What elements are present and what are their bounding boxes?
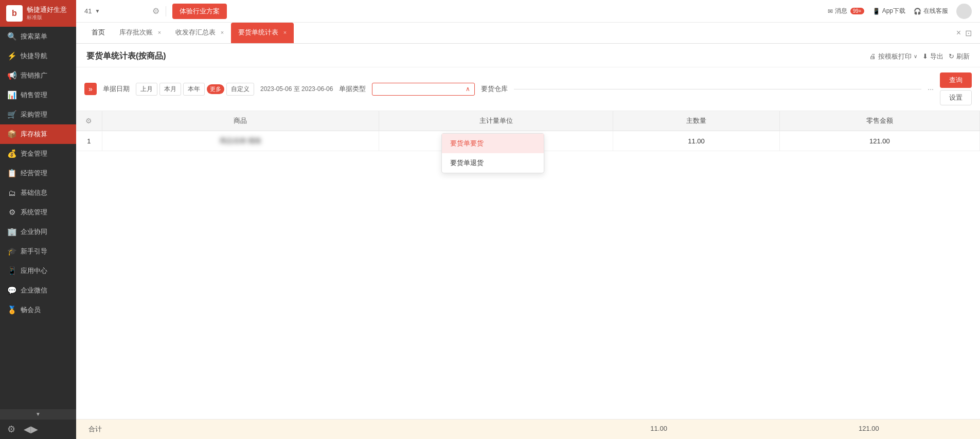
filter-more-btn[interactable]: ···: [928, 85, 934, 93]
footer-unit: [344, 425, 554, 434]
refresh-btn[interactable]: ↻ 刷新: [949, 52, 970, 61]
warehouse-filter-area[interactable]: [514, 89, 921, 89]
inventory-icon: 📦: [7, 130, 16, 139]
row-quantity: 11.00: [613, 131, 779, 151]
user-avatar[interactable]: [956, 4, 972, 19]
sidebar-item-wechat-label: 企业微信: [21, 286, 47, 295]
message-icon: ✉: [828, 8, 833, 15]
tab-inventory-batch[interactable]: 库存批次账 ×: [112, 23, 168, 43]
row-amount: 121.00: [779, 131, 979, 151]
tab-close-receive-summary[interactable]: ×: [221, 29, 224, 35]
system-icon: ⚙: [7, 208, 16, 217]
export-icon: ⬇: [922, 52, 928, 60]
app-download-btn[interactable]: 📱 App下载: [872, 7, 905, 15]
collapse-icon[interactable]: ◀▶: [24, 424, 38, 435]
date-btn-up-month[interactable]: 上月: [136, 83, 157, 96]
sidebar-item-base-info-label: 基础信息: [21, 188, 47, 197]
message-btn[interactable]: ✉ 消息 99+: [828, 7, 864, 15]
tab-expand-btn[interactable]: ⊡: [965, 28, 972, 38]
sidebar-item-operations-label: 经营管理: [21, 169, 47, 178]
filter-expand-btn[interactable]: »: [84, 83, 97, 95]
col-settings[interactable]: ⚙: [76, 111, 102, 131]
sidebar-item-sales[interactable]: 📊 销售管理: [0, 85, 76, 105]
page-header-actions: 🖨 按模板打印 ∨ ⬇ 导出 ↻ 刷新: [869, 52, 970, 61]
sidebar-item-operations[interactable]: 📋 经营管理: [0, 163, 76, 183]
settings-btn[interactable]: 设置: [940, 90, 972, 105]
store-selector[interactable]: 41 ▼: [84, 7, 146, 15]
search-icon: 🔍: [7, 32, 16, 41]
sidebar-item-search[interactable]: 🔍 搜索菜单: [0, 27, 76, 46]
tabbar: 首页 库存批次账 × 收发存汇总表 × 要货单统计表 × × ⊡: [76, 23, 980, 44]
settings-icon[interactable]: ⚙: [7, 424, 15, 435]
store-name: 41: [84, 7, 92, 15]
sidebar-item-quick-nav[interactable]: ⚡ 快捷导航: [0, 46, 76, 66]
enterprise-icon: 🏢: [7, 227, 16, 236]
tab-home[interactable]: 首页: [84, 23, 112, 43]
col-unit: 主计量单位: [379, 111, 613, 131]
type-filter-wrapper[interactable]: ∧: [372, 83, 475, 96]
sidebar-scroll-down[interactable]: ▼: [0, 409, 76, 419]
page-header: 要货单统计表(按商品) 🖨 按模板打印 ∨ ⬇ 导出 ↻ 刷新: [76, 44, 980, 67]
tab-close-inventory-batch[interactable]: ×: [158, 29, 161, 35]
settings-gear-icon[interactable]: ⚙: [152, 6, 159, 16]
date-btn-custom[interactable]: 自定义: [226, 83, 254, 96]
message-badge: 99+: [850, 8, 864, 14]
operations-icon: 📋: [7, 169, 16, 178]
sidebar-item-finance[interactable]: 💰 资金管理: [0, 144, 76, 163]
tab-order-stats[interactable]: 要货单统计表 ×: [231, 23, 294, 43]
print-dropdown-icon: ∨: [914, 53, 917, 59]
page-content: 要货单统计表(按商品) 🖨 按模板打印 ∨ ⬇ 导出 ↻ 刷新 »: [76, 44, 980, 439]
table-footer: 合计 11.00 121.00: [76, 419, 980, 439]
sidebar-item-system[interactable]: ⚙ 系统管理: [0, 203, 76, 222]
purchase-icon: 🛒: [7, 110, 16, 119]
date-btn-current-month[interactable]: 本月: [159, 83, 181, 96]
page-title: 要货单统计表(按商品): [86, 51, 166, 62]
sidebar-item-inventory[interactable]: 📦 库存核算: [0, 124, 76, 144]
tab-receive-summary[interactable]: 收发存汇总表 ×: [168, 23, 231, 43]
date-filter-label: 单据日期: [103, 84, 130, 94]
sidebar-item-finance-label: 资金管理: [21, 149, 47, 158]
date-btn-7days[interactable]: 更多: [207, 84, 224, 94]
sidebar: b 畅捷通好生意 标准版 🔍 搜索菜单 ⚡ 快捷导航 📢 营销推广 📊 销售管理…: [0, 0, 76, 439]
dropdown-item-order-goods[interactable]: 要货单要货: [442, 134, 544, 153]
online-service-label: 在线客服: [923, 7, 948, 15]
sidebar-item-quick-nav-label: 快捷导航: [21, 51, 47, 61]
sidebar-menu: 🔍 搜索菜单 ⚡ 快捷导航 📢 营销推广 📊 销售管理 🛒 采购管理 📦 库存核…: [0, 27, 76, 409]
sidebar-bottom: ⚙ ◀▶: [0, 419, 76, 439]
sidebar-item-purchase[interactable]: 🛒 采购管理: [0, 105, 76, 124]
sidebar-item-wechat[interactable]: 💬 企业微信: [0, 281, 76, 300]
type-dropdown: 要货单要货 要货单退货: [441, 133, 544, 173]
print-btn[interactable]: 🖨 按模板打印 ∨: [869, 52, 917, 61]
base-info-icon: 🗂: [7, 189, 16, 197]
col-quantity: 主数量: [613, 111, 779, 131]
online-service-btn[interactable]: 🎧 在线客服: [914, 7, 948, 15]
type-filter-chevron[interactable]: ∧: [466, 85, 470, 93]
sidebar-item-base-info[interactable]: 🗂 基础信息: [0, 183, 76, 203]
industry-btn[interactable]: 体验行业方案: [172, 4, 227, 19]
tab-close-all-btn[interactable]: ×: [956, 28, 961, 38]
sidebar-item-app-center[interactable]: 📱 应用中心: [0, 261, 76, 281]
wechat-icon: 💬: [7, 286, 16, 295]
topbar-divider: [166, 6, 166, 16]
type-filter-input[interactable]: [377, 85, 466, 93]
tab-close-order-stats[interactable]: ×: [283, 29, 287, 35]
date-range-display: 2023-05-06 至 2023-06-06: [260, 85, 333, 94]
date-btn-current-year[interactable]: 本年: [183, 83, 205, 96]
sidebar-item-purchase-label: 采购管理: [21, 110, 47, 119]
sidebar-item-member-label: 畅会员: [21, 305, 41, 315]
warehouse-filter-label: 要货仓库: [481, 84, 508, 94]
sidebar-item-marketing[interactable]: 📢 营销推广: [0, 66, 76, 85]
sidebar-item-guide[interactable]: 🎓 新手引导: [0, 242, 76, 261]
date-quick-btns: 上月 本月 本年 更多 自定义: [136, 83, 254, 96]
query-btn[interactable]: 查询: [940, 72, 972, 88]
row-index: 1: [76, 131, 102, 151]
sidebar-item-enterprise[interactable]: 🏢 企业协同: [0, 222, 76, 242]
sidebar-item-member[interactable]: 🏅 畅会员: [0, 300, 76, 320]
app-download-label: App下载: [882, 7, 905, 15]
brand-sub: 标准版: [27, 14, 67, 21]
col-product: 商品: [102, 111, 379, 131]
table-settings-icon[interactable]: ⚙: [85, 117, 92, 125]
dropdown-item-order-return[interactable]: 要货单退货: [442, 153, 544, 173]
export-btn[interactable]: ⬇ 导出: [922, 52, 943, 61]
sidebar-header: b 畅捷通好生意 标准版: [0, 0, 76, 27]
